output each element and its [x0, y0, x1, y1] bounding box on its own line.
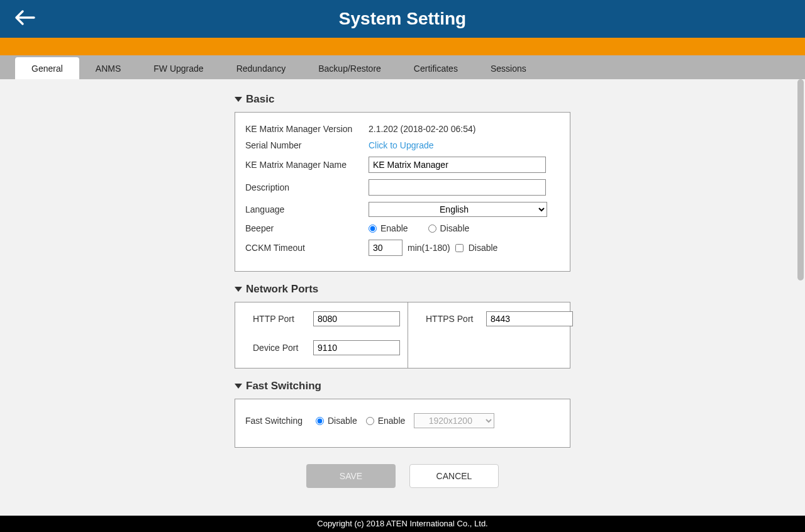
beeper-disable-text: Disable — [440, 223, 470, 233]
save-button[interactable]: SAVE — [306, 464, 396, 488]
version-value: 2.1.202 (2018-02-20 06:54) — [369, 124, 560, 134]
fast-enable-radio[interactable] — [366, 417, 374, 425]
section-title: Fast Switching — [246, 380, 321, 392]
version-label: KE Matrix Manager Version — [245, 124, 369, 134]
section-network: Network Ports HTTP Port Device Port HTTP… — [235, 283, 570, 369]
page-title: System Setting — [339, 9, 466, 29]
name-label: KE Matrix Manager Name — [245, 160, 369, 170]
tab-general[interactable]: General — [15, 57, 79, 79]
beeper-enable-text: Enable — [380, 223, 408, 233]
http-port-label: HTTP Port — [253, 314, 313, 324]
header: System Setting — [0, 0, 805, 38]
section-title: Network Ports — [246, 283, 318, 296]
accent-bar — [0, 38, 805, 55]
tab-sessions[interactable]: Sessions — [474, 57, 543, 79]
tab-redundancy[interactable]: Redundancy — [220, 57, 303, 79]
cancel-button[interactable]: CANCEL — [409, 464, 499, 488]
http-port-input[interactable] — [313, 311, 400, 326]
device-port-label: Device Port — [253, 343, 313, 353]
beeper-label: Beeper — [245, 223, 369, 233]
description-label: Description — [245, 182, 369, 192]
tab-certificates[interactable]: Certificates — [397, 57, 474, 79]
section-title: Basic — [246, 93, 274, 106]
beeper-enable-radio[interactable] — [369, 224, 377, 233]
content-area: Basic KE Matrix Manager Version 2.1.202 … — [0, 79, 805, 516]
collapse-icon — [235, 287, 242, 292]
footer: Copyright (c) 2018 ATEN International Co… — [0, 516, 805, 532]
scrollbar-thumb[interactable] — [797, 79, 804, 280]
section-header-fast[interactable]: Fast Switching — [235, 380, 570, 392]
section-fast: Fast Switching Fast Switching Disable En… — [235, 380, 570, 448]
serial-label: Serial Number — [245, 140, 369, 150]
tab-fw-upgrade[interactable]: FW Upgrade — [137, 57, 219, 79]
section-header-basic[interactable]: Basic — [235, 93, 570, 106]
fast-disable-text: Disable — [328, 416, 357, 426]
buttons-row: SAVE CANCEL — [306, 464, 499, 488]
device-port-input[interactable] — [313, 340, 400, 355]
language-label: Language — [245, 204, 369, 214]
basic-panel: KE Matrix Manager Version 2.1.202 (2018-… — [235, 112, 570, 272]
cckm-disable-text: Disable — [469, 243, 498, 253]
fast-enable-text: Enable — [378, 416, 406, 426]
fast-panel: Fast Switching Disable Enable 1920x1200 — [235, 399, 570, 448]
collapse-icon — [235, 97, 242, 102]
cckm-range-text: min(1-180) — [408, 243, 450, 253]
cckm-label: CCKM Timeout — [245, 243, 369, 253]
upgrade-link[interactable]: Click to Upgrade — [369, 140, 434, 150]
section-header-network[interactable]: Network Ports — [235, 283, 570, 296]
fast-label: Fast Switching — [245, 416, 307, 426]
scrollbar[interactable] — [796, 79, 805, 293]
back-arrow-icon[interactable] — [14, 9, 35, 30]
beeper-disable-radio[interactable] — [428, 224, 436, 233]
cckm-disable-checkbox[interactable] — [455, 244, 464, 252]
tab-anms[interactable]: ANMS — [79, 57, 137, 79]
collapse-icon — [235, 384, 242, 389]
language-select[interactable]: English — [369, 202, 547, 217]
tab-backup-restore[interactable]: Backup/Restore — [302, 57, 397, 79]
https-port-input[interactable] — [486, 311, 573, 326]
tabs-bar: General ANMS FW Upgrade Redundancy Backu… — [0, 55, 805, 79]
name-input[interactable] — [369, 157, 546, 173]
resolution-select[interactable]: 1920x1200 — [414, 413, 494, 428]
description-input[interactable] — [369, 179, 546, 196]
network-panel: HTTP Port Device Port HTTPS Port — [235, 302, 570, 369]
https-port-label: HTTPS Port — [426, 314, 486, 324]
section-basic: Basic KE Matrix Manager Version 2.1.202 … — [235, 93, 570, 272]
cckm-input[interactable] — [369, 240, 402, 256]
fast-disable-radio[interactable] — [316, 417, 324, 425]
